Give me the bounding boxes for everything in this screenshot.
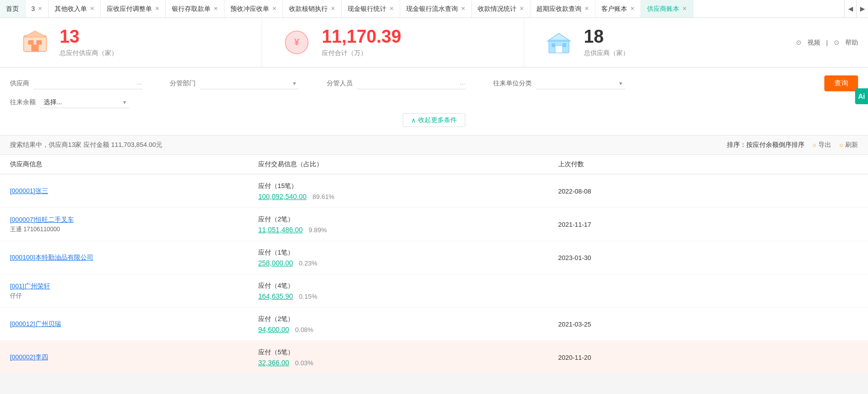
supplier-input[interactable]: [33, 77, 143, 89]
supplier-info-1: [000001]张三: [10, 187, 258, 196]
table-row: [000007]恒旺二手叉车 王通 17106110000 应付（2笔） 11,…: [0, 208, 868, 241]
nav-item-customer-ledger[interactable]: 客户账本 ✕: [595, 0, 641, 18]
close-icon[interactable]: ✕: [519, 5, 524, 12]
last-payment-3: 2023-01-30: [558, 254, 858, 262]
close-icon[interactable]: ✕: [584, 5, 589, 12]
col-header-supplier: 供应商信息: [10, 160, 258, 169]
refresh-btn[interactable]: ○ 刷新: [839, 140, 858, 149]
svg-rect-10: [552, 43, 555, 47]
payable-row-3: 258,000.00 0.23%: [258, 259, 558, 267]
close-icon[interactable]: ✕: [272, 5, 277, 12]
payable-label-6: 应付（5笔）: [258, 348, 558, 357]
nav-prev-arrow[interactable]: ◀: [844, 0, 856, 18]
close-icon[interactable]: ✕: [90, 5, 94, 12]
person-dots[interactable]: ···: [460, 80, 465, 87]
unit-class-label: 往来单位分类: [493, 79, 532, 88]
nav-item-cash-bank-flow[interactable]: 现金银行流水查询 ✕: [400, 0, 472, 18]
stat-number-2: 11,170.39: [322, 28, 401, 46]
payable-amount-3[interactable]: 258,000.00: [258, 259, 293, 267]
stat-block-suppliers: 13 总应付供应商（家）: [0, 18, 262, 67]
close-icon[interactable]: ✕: [214, 5, 218, 12]
supplier-link-2[interactable]: [000007]恒旺二手叉车: [10, 215, 258, 224]
supplier-link-1[interactable]: [000001]张三: [10, 187, 258, 196]
payable-amount-1[interactable]: 100,092,540.00: [258, 193, 306, 200]
filter-item-balance: 往来余额 选择...: [10, 96, 129, 108]
collapse-bar: ∧ 收起更多条件: [10, 113, 858, 127]
nav-item-ar-ap-adjust[interactable]: 应收应付调整单 ✕: [101, 0, 166, 18]
close-icon[interactable]: ✕: [682, 5, 687, 12]
nav-item-receipt-verify[interactable]: 收款核销执行 ✕: [283, 0, 342, 18]
table-container: 供应商信息 应付交易信息（占比） 上次付数 [000001]张三 应付（15笔）…: [0, 155, 868, 374]
supplier-sub-4: 仔仔: [10, 292, 258, 300]
nav-next-arrow[interactable]: ▶: [856, 0, 868, 18]
result-bar: 搜索结果中，供应商13家 应付金额 111,703,854.00元 排序：按应付…: [0, 135, 868, 155]
dept-select[interactable]: [200, 77, 299, 89]
stat-block-payable: ¥ 11,170.39 应付合计（万）: [262, 18, 524, 67]
nav-item-home[interactable]: 首页: [0, 0, 25, 18]
last-payment-1: 2022-08-08: [558, 188, 858, 195]
filter-item-supplier: 供应商 ···: [10, 77, 142, 89]
table-row: [000001]张三 应付（15笔） 100,092,540.00 89.61%…: [0, 175, 868, 208]
nav-item-bank-deposit[interactable]: 银行存取款单 ✕: [166, 0, 224, 18]
payable-label-3: 应付（1笔）: [258, 248, 558, 257]
video-link[interactable]: 视频: [807, 38, 820, 47]
search-button[interactable]: 查询: [824, 75, 858, 91]
payable-info-4: 应付（4笔） 164,635.90 0.15%: [258, 281, 558, 300]
table-row: [001]广州荣轩 仔仔 应付（4笔） 164,635.90 0.15%: [0, 274, 868, 308]
nav-item-cash-bank-stat[interactable]: 现金银行统计 ✕: [342, 0, 400, 18]
balance-select[interactable]: 选择...: [40, 96, 129, 108]
col-header-payable: 应付交易信息（占比）: [258, 160, 558, 169]
close-icon[interactable]: ✕: [389, 5, 394, 12]
payable-info-2: 应付（2笔） 11,051,486.00 9.89%: [258, 215, 558, 234]
help-link[interactable]: 帮助: [845, 38, 858, 47]
close-icon[interactable]: ✕: [155, 5, 159, 12]
nav-item-prepay-ar[interactable]: 预收冲应收单 ✕: [224, 0, 283, 18]
supplier-link-3[interactable]: [000100]本特勤油品有限公司: [10, 253, 258, 262]
table-body: [000001]张三 应付（15笔） 100,092,540.00 89.61%…: [0, 175, 868, 374]
svg-rect-8: [555, 46, 563, 53]
nav-item-other-income[interactable]: 其他收入单 ✕: [49, 0, 101, 18]
filter-row-2: 往来余额 选择...: [10, 96, 858, 108]
close-icon[interactable]: ✕: [38, 5, 42, 12]
table-row: [000100]本特勤油品有限公司 应付（1笔） 258,000.00 0.23…: [0, 241, 868, 274]
svg-text:¥: ¥: [294, 37, 300, 47]
close-icon[interactable]: ✕: [630, 5, 635, 12]
svg-rect-1: [28, 40, 33, 45]
person-input[interactable]: [357, 77, 466, 89]
supplier-link-4[interactable]: [001]广州荣轩: [10, 282, 258, 291]
export-btn[interactable]: ○ 导出: [812, 140, 831, 149]
stat-content-3: 18 总供应商（家）: [584, 28, 629, 58]
filter-area: 供应商 ··· 分管部门 分管人员 ··· 往来单位分类: [0, 67, 868, 135]
nav-item-supplier-ledger[interactable]: 供应商账本 ✕: [641, 0, 693, 18]
ai-button[interactable]: Ai: [855, 88, 868, 104]
payable-amount-5[interactable]: 94,600.00: [258, 326, 289, 333]
collapse-button[interactable]: ∧ 收起更多条件: [403, 113, 465, 127]
supplier-link-5[interactable]: [000012]广州贝瑞: [10, 320, 258, 328]
payable-amount-2[interactable]: 11,051,486.00: [258, 226, 303, 234]
supplier-info-4: [001]广州荣轩 仔仔: [10, 282, 258, 300]
result-actions: 排序：按应付余额倒序排序 ○ 导出 ○ 刷新: [727, 140, 858, 149]
payable-row-1: 100,092,540.00 89.61%: [258, 193, 558, 200]
export-icon: ○: [812, 141, 816, 149]
last-payment-2: 2021-11-17: [558, 221, 858, 228]
dept-select-wrap: [200, 77, 299, 89]
nav-item-receipt-stat[interactable]: 收款情况统计 ✕: [472, 0, 530, 18]
close-icon[interactable]: ✕: [331, 5, 335, 12]
payable-amount-6[interactable]: 32,366.00: [258, 359, 289, 367]
supplier-link-6[interactable]: [000002]李四: [10, 353, 258, 362]
top-nav: 首页 3 ✕ 其他收入单 ✕ 应收应付调整单 ✕ 银行存取款单 ✕ 预收冲应收单…: [0, 0, 868, 18]
payable-label-5: 应付（2笔）: [258, 315, 558, 324]
unit-class-select[interactable]: [536, 77, 625, 89]
result-summary: 搜索结果中，供应商13家 应付金额 111,703,854.00元: [10, 140, 162, 149]
payable-percent-6: 0.03%: [295, 359, 313, 367]
stat-block-total-suppliers: 18 总供应商（家）: [524, 18, 786, 67]
close-icon[interactable]: ✕: [461, 5, 465, 12]
nav-item-tab3[interactable]: 3 ✕: [25, 0, 49, 18]
supplier-dots[interactable]: ···: [137, 80, 142, 87]
supplier-sub-2: 王通 17106110000: [10, 225, 258, 234]
refresh-icon: ○: [839, 141, 843, 149]
sort-label[interactable]: 排序：按应付余额倒序排序: [727, 140, 804, 149]
stat-label-1: 总应付供应商（家）: [60, 49, 118, 58]
nav-item-overdue-ar[interactable]: 超期应收款查询 ✕: [530, 0, 595, 18]
payable-amount-4[interactable]: 164,635.90: [258, 292, 293, 300]
